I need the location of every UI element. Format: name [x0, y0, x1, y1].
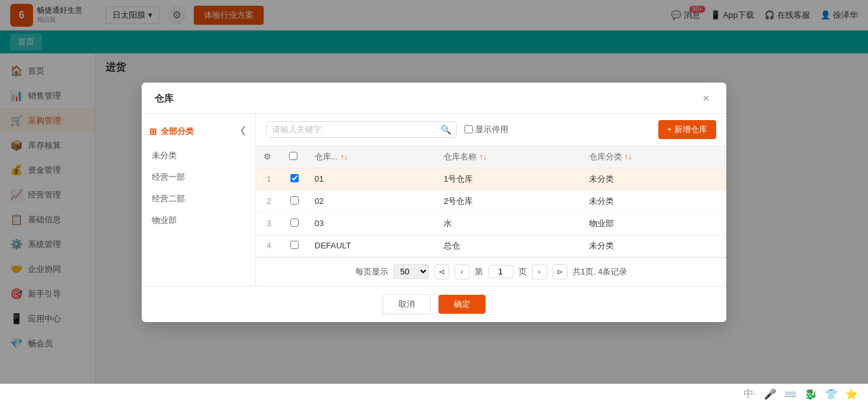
- per-page-label: 每页显示: [355, 266, 388, 278]
- page-number-input[interactable]: [488, 265, 513, 278]
- row-code: DEFAULT: [307, 234, 436, 257]
- per-page-select[interactable]: 50 20 100: [393, 264, 429, 279]
- category-item-0[interactable]: 未分类: [142, 145, 255, 166]
- left-panel-header: ⊞ 全部分类 《: [142, 121, 255, 145]
- table-row[interactable]: 3 03 水 物业部: [256, 212, 726, 234]
- next-page-button[interactable]: ›: [532, 264, 547, 279]
- mic-icon[interactable]: 🎤: [764, 388, 776, 400]
- bottom-bar: 中· 🎤 ⌨️ 🐉 👕 ⭐: [0, 384, 868, 404]
- grid-icon: ⊞: [149, 126, 157, 137]
- col-checkbox: [281, 146, 307, 168]
- row-category: 物业部: [581, 212, 726, 234]
- sort-icon-code: ↑↓: [340, 152, 348, 161]
- row-num: 1: [256, 168, 281, 190]
- table-row[interactable]: 2 02 2号仓库 未分类: [256, 190, 726, 212]
- row-checkbox-cell[interactable]: [281, 212, 307, 234]
- confirm-button[interactable]: 确定: [438, 295, 485, 314]
- shirt-icon[interactable]: 👕: [825, 388, 837, 400]
- prev-page-button[interactable]: ‹: [454, 264, 470, 279]
- keyboard-icon[interactable]: ⌨️: [784, 388, 797, 400]
- row-code: 02: [307, 190, 436, 212]
- row-num: 3: [256, 212, 281, 234]
- last-page-button[interactable]: ⊳: [552, 264, 567, 279]
- page-label: 第: [475, 266, 483, 278]
- right-toolbar: 🔍 显示停用 + 新增仓库: [256, 114, 726, 146]
- sort-icon-category: ↑↓: [624, 152, 632, 161]
- cancel-button[interactable]: 取消: [383, 294, 431, 314]
- lang-label: 中·: [743, 387, 756, 401]
- col-category: 仓库分类 ↑↓: [581, 146, 726, 168]
- modal-title: 仓库: [154, 93, 173, 105]
- warehouse-modal: 仓库 × ⊞ 全部分类 《 未分类 经营一部: [142, 83, 726, 322]
- search-box: 🔍: [266, 121, 457, 138]
- modal-body: ⊞ 全部分类 《 未分类 经营一部 经营二部 物业部: [142, 114, 726, 286]
- collapse-button[interactable]: 《: [233, 125, 248, 138]
- pagination: 每页显示 50 20 100 ⊲ ‹ 第 页 › ⊳ 共1页, 4条记录: [256, 257, 726, 286]
- left-panel-title[interactable]: 全部分类: [161, 126, 194, 137]
- table-header-row: ⚙ 仓库... ↑↓ 仓库名称 ↑↓: [256, 146, 726, 168]
- table-container: ⚙ 仓库... ↑↓ 仓库名称 ↑↓: [256, 146, 726, 257]
- page-suffix: 页: [519, 266, 527, 278]
- total-info: 共1页, 4条记录: [573, 266, 628, 278]
- first-page-button[interactable]: ⊲: [434, 264, 449, 279]
- settings-icon: ⚙: [264, 152, 271, 161]
- modal-overlay: 仓库 × ⊞ 全部分类 《 未分类 经营一部: [0, 0, 868, 404]
- modal-header: 仓库 ×: [142, 83, 726, 114]
- sort-icon-name: ↑↓: [479, 152, 487, 161]
- row-num: 2: [256, 190, 281, 212]
- select-all-checkbox[interactable]: [289, 152, 297, 160]
- row-checkbox-cell[interactable]: [281, 168, 307, 190]
- modal-close-button[interactable]: ×: [698, 91, 714, 107]
- search-input[interactable]: [272, 125, 440, 134]
- search-icon: 🔍: [440, 125, 451, 135]
- row-num: 4: [256, 234, 281, 257]
- row-name: 1号仓库: [436, 168, 581, 190]
- table-row[interactable]: 1 01 1号仓库 未分类: [256, 168, 726, 190]
- row-checkbox-cell[interactable]: [281, 234, 307, 257]
- add-warehouse-button[interactable]: + 新增仓库: [658, 120, 716, 139]
- row-checkbox[interactable]: [290, 196, 299, 205]
- row-name: 水: [436, 212, 581, 234]
- category-item-2[interactable]: 经营二部: [142, 188, 255, 210]
- warehouse-table: ⚙ 仓库... ↑↓ 仓库名称 ↑↓: [256, 146, 726, 257]
- row-checkbox[interactable]: [290, 219, 299, 227]
- row-category: 未分类: [581, 234, 726, 257]
- show-disabled-label[interactable]: 显示停用: [465, 124, 508, 135]
- category-item-3[interactable]: 物业部: [142, 210, 255, 231]
- row-category: 未分类: [581, 190, 726, 212]
- col-settings: ⚙: [256, 146, 281, 168]
- row-checkbox[interactable]: [290, 174, 299, 182]
- left-panel-title-row: ⊞ 全部分类: [149, 126, 194, 137]
- row-checkbox-cell[interactable]: [281, 190, 307, 212]
- star-icon[interactable]: ⭐: [845, 388, 858, 400]
- category-item-1[interactable]: 经营一部: [142, 166, 255, 188]
- col-code: 仓库... ↑↓: [307, 146, 436, 168]
- row-category: 未分类: [581, 168, 726, 190]
- row-name: 2号仓库: [436, 190, 581, 212]
- table-row[interactable]: 4 DEFAULT 总仓 未分类: [256, 234, 726, 257]
- dragon-icon[interactable]: 🐉: [804, 388, 817, 400]
- modal-footer: 取消 确定: [142, 286, 726, 322]
- row-checkbox[interactable]: [290, 241, 299, 249]
- right-panel: 🔍 显示停用 + 新增仓库 ⚙: [256, 114, 726, 286]
- col-name: 仓库名称 ↑↓: [436, 146, 581, 168]
- show-disabled-checkbox[interactable]: [465, 125, 473, 133]
- left-panel: ⊞ 全部分类 《 未分类 经营一部 经营二部 物业部: [142, 114, 256, 286]
- row-code: 03: [307, 212, 436, 234]
- row-name: 总仓: [436, 234, 581, 257]
- row-code: 01: [307, 168, 436, 190]
